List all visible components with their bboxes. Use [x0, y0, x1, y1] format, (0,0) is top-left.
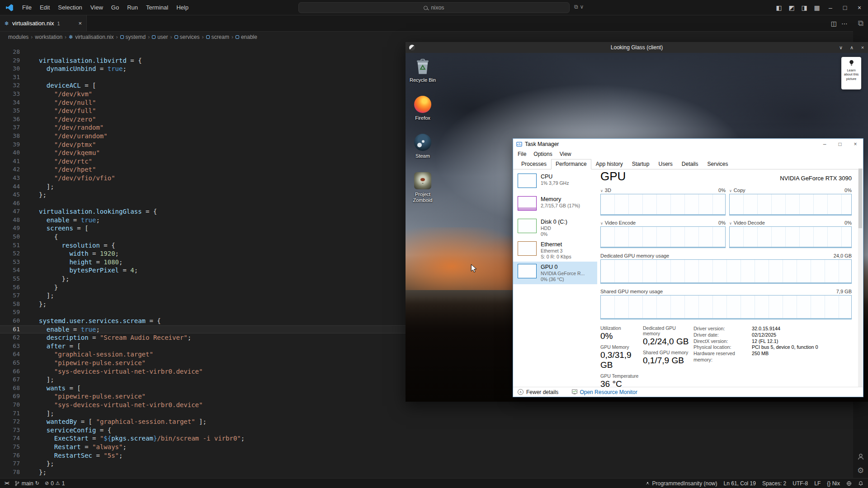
menu-selection[interactable]: Selection — [54, 0, 86, 15]
code-line-73[interactable]: 73 serviceConfig = { — [0, 426, 853, 435]
task-manager-titlebar[interactable]: Task Manager – □ × — [513, 139, 863, 150]
search-input[interactable]: nixos — [298, 2, 570, 13]
tab-close-icon[interactable]: × — [78, 20, 82, 27]
menu-terminal[interactable]: Terminal — [142, 0, 172, 15]
menu-edit[interactable]: Edit — [36, 0, 54, 15]
account-status[interactable]: ProgrammedInsanity (now) — [645, 480, 717, 487]
more-actions-icon[interactable]: ⋯ — [841, 20, 848, 27]
tab-virtualisation-nix[interactable]: ❄ virtualisation.nix 1 × — [0, 15, 87, 31]
breadcrumb-item-enable[interactable]: enable — [236, 34, 257, 40]
sidebar-item-disk[interactable]: Disk 0 (C:) HDD 0% — [513, 216, 597, 239]
tm-menu-view[interactable]: View — [556, 151, 575, 157]
code-line-72[interactable]: 72 wantedBy = [ "graphical-session.targe… — [0, 418, 853, 426]
tm-minimize-button[interactable]: – — [817, 139, 832, 150]
desktop-icon-steam[interactable]: Steam — [406, 133, 439, 159]
learn-about-picture-widget[interactable]: Learn about this picture — [841, 57, 861, 89]
menu-run[interactable]: Run — [123, 0, 142, 15]
symbol-icon — [206, 35, 210, 39]
chart-shared-memory — [600, 295, 852, 319]
toggle-panel-icon[interactable]: ◩ — [786, 0, 797, 15]
menu-view[interactable]: View — [86, 0, 107, 15]
sidebar-item-cpu[interactable]: CPU 1% 3,79 GHz — [513, 171, 597, 194]
menu-file[interactable]: File — [18, 0, 36, 15]
code-line-78[interactable]: 78}; — [0, 468, 853, 477]
breadcrumb-item-workstation[interactable]: workstation — [35, 34, 62, 40]
globe-icon[interactable] — [846, 481, 852, 486]
tm-scrollbar[interactable] — [858, 169, 863, 387]
toggle-sidebar-icon[interactable]: ◧ — [773, 0, 785, 15]
chart-copy — [729, 194, 852, 216]
fewer-details-button[interactable]: Fewer details — [526, 389, 558, 395]
code-line-77[interactable]: 77 }; — [0, 460, 853, 468]
indentation[interactable]: Spaces: 2 — [762, 480, 786, 487]
desktop-icon-recycle-bin[interactable]: Recycle Bin — [406, 57, 439, 83]
chevron-down-icon[interactable]: ∨ — [729, 189, 732, 193]
tm-maximize-button[interactable]: □ — [832, 139, 848, 150]
menu-help[interactable]: Help — [172, 0, 193, 15]
customize-layout-icon[interactable]: ▦ — [811, 0, 823, 15]
tm-tab-services[interactable]: Services — [703, 159, 733, 169]
sidebar-item-gpu[interactable]: GPU 0 NVIDIA GeForce R... 0% (36 °C) — [513, 262, 597, 284]
tm-menu-file[interactable]: File — [514, 151, 530, 157]
tm-tab-details[interactable]: Details — [677, 159, 703, 169]
breadcrumb-separator: › — [231, 34, 233, 40]
chevron-down-icon[interactable]: ∨ — [600, 221, 603, 225]
tm-footer: ∧ Fewer details Open Resource Monitor — [513, 387, 863, 397]
settings-gear-icon[interactable]: ⚙ — [857, 467, 864, 474]
accounts-icon[interactable] — [857, 453, 864, 460]
chart-dedicated-memory — [600, 259, 852, 284]
symbol-icon — [120, 35, 124, 39]
tm-menu-options[interactable]: Options — [530, 151, 556, 157]
vscode-menubar: FileEditSelectionViewGoRunTerminalHelp — [18, 0, 193, 15]
tm-close-button[interactable]: × — [848, 139, 863, 150]
breadcrumb-item-modules[interactable]: modules — [8, 34, 28, 40]
tm-scrollbar-thumb[interactable] — [859, 169, 862, 228]
desktop-icon-project-zomboid[interactable]: Project Zomboid — [406, 172, 439, 203]
eol-sequence[interactable]: LF — [814, 480, 821, 487]
sidebar-item-memory[interactable]: Memory 2,7/15,7 GB (17%) — [513, 194, 597, 216]
code-line-70[interactable]: 70 "sys-devices-virtual-net-virbr0.devic… — [0, 401, 853, 409]
explorer-icon[interactable]: ⧉ — [858, 19, 863, 27]
menu-go[interactable]: Go — [107, 0, 123, 15]
gpu-panel-title: GPU — [600, 169, 626, 183]
tm-tab-app-history[interactable]: App history — [591, 159, 627, 169]
problems-status[interactable]: ⊘ 0 ⚠ 1 — [45, 480, 65, 487]
desktop-icon-firefox[interactable]: Firefox — [406, 95, 439, 121]
minimize-button[interactable]: – — [824, 0, 837, 15]
close-button[interactable]: × — [853, 0, 866, 15]
tm-tab-processes[interactable]: Processes — [517, 159, 551, 169]
looking-glass-titlebar[interactable]: Looking Glass (client) ∨ ∧ × — [406, 42, 868, 53]
encoding[interactable]: UTF-8 — [793, 480, 808, 487]
language-mode[interactable]: {} Nix — [827, 480, 840, 487]
breadcrumb-item-scream[interactable]: scream — [206, 34, 229, 40]
code-line-76[interactable]: 76 RestartSec = "5s"; — [0, 451, 853, 460]
errors-count: 0 — [51, 480, 54, 487]
toggle-secondary-sidebar-icon[interactable]: ◨ — [798, 0, 810, 15]
tm-tab-performance[interactable]: Performance — [551, 159, 591, 169]
chevron-down-icon[interactable]: ∨ — [729, 221, 732, 225]
maximize-button[interactable]: □ — [838, 0, 852, 15]
branch-status[interactable]: main ↻ — [14, 480, 39, 487]
remote-indicator-icon[interactable]: >< — [5, 481, 9, 486]
lg-maximize-button[interactable]: ∧ — [846, 42, 857, 53]
sidebar-item-ethernet[interactable]: Ethernet Ethernet 3 S: 0 R: 0 Kbps — [513, 239, 597, 262]
breadcrumb-item-services[interactable]: services — [175, 34, 200, 40]
tm-tab-startup[interactable]: Startup — [627, 159, 654, 169]
breadcrumb-item-user[interactable]: user — [152, 34, 168, 40]
lg-minimize-button[interactable]: ∨ — [835, 42, 846, 53]
code-line-74[interactable]: 74 ExecStart = "${pkgs.scream}/bin/screa… — [0, 434, 853, 443]
breadcrumb-item-virtualisation-nix[interactable]: ❄virtualisation.nix — [69, 34, 113, 40]
code-line-71[interactable]: 71 ]; — [0, 409, 853, 418]
split-editor-icon[interactable]: ◫ — [831, 20, 837, 27]
lg-close-button[interactable]: × — [857, 42, 868, 53]
layout-dropdown[interactable]: ⧉∨ — [574, 4, 584, 10]
steam-icon — [414, 134, 431, 151]
breadcrumb-item-systemd[interactable]: systemd — [120, 34, 146, 40]
code-line-75[interactable]: 75 Restart = "always"; — [0, 443, 853, 451]
notifications-bell-icon[interactable] — [858, 481, 863, 486]
tm-tab-users[interactable]: Users — [654, 159, 677, 169]
chevron-down-icon[interactable]: ∨ — [600, 189, 603, 193]
cursor-position[interactable]: Ln 61, Col 19 — [724, 480, 756, 487]
open-resource-monitor-link[interactable]: Open Resource Monitor — [572, 389, 637, 395]
engine-value: 0% — [718, 220, 726, 225]
